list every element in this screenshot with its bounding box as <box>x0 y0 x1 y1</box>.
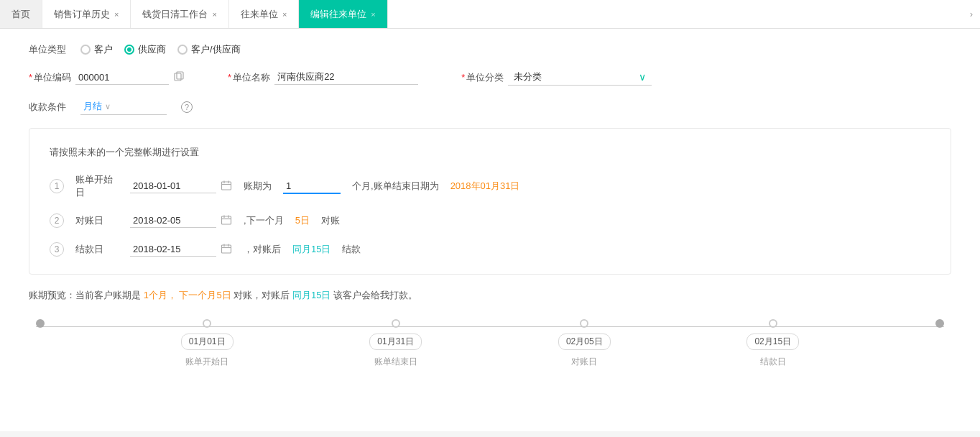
unit-type-label: 单位类型 <box>29 43 66 56</box>
payment-condition-row: 收款条件 月结 ∨ ? <box>29 98 951 115</box>
tab-cash-desk[interactable]: 钱货日清工作台 × <box>131 0 228 28</box>
tab-edit-partner[interactable]: 编辑往来单位 × <box>299 0 387 28</box>
radio-supplier[interactable]: 供应商 <box>124 43 166 56</box>
period-value-input[interactable] <box>283 179 341 194</box>
tab-edit-partner-label: 编辑往来单位 <box>310 8 366 21</box>
tl-point-start <box>36 319 45 328</box>
tl-point-0131: 01月31日 账单结束日 <box>369 319 422 368</box>
tab-sales-history-close[interactable]: × <box>114 10 119 19</box>
tl-label-0131: 账单结束日 <box>374 356 417 368</box>
tl-dot-0215 <box>769 319 777 328</box>
tab-partners[interactable]: 往来单位 × <box>229 0 299 28</box>
settings-row-3: 3 结款日 ，对账后 同月15日 结款 <box>50 242 930 257</box>
row-label-2: 对账日 <box>75 214 119 227</box>
tab-cash-desk-label: 钱货日清工作台 <box>142 8 208 21</box>
payment-condition-arrow-icon: ∨ <box>105 102 111 111</box>
period-prefix: 账期为 <box>244 180 272 193</box>
tl-point-0205: 02月05日 对账日 <box>558 319 611 368</box>
tab-sales-history-label: 销售订单历史 <box>54 8 110 21</box>
tab-sales-history[interactable]: 销售订单历史 × <box>42 0 131 28</box>
tl-badge-0101: 01月01日 <box>181 334 234 350</box>
unit-info-row: *单位编码 *单位名称 *单位分类 未分类 ∨ <box>29 69 951 86</box>
timeline-bar: 01月01日 账单开始日 01月31日 账单结束日 02月05日 对账日 <box>29 319 951 368</box>
radio-customer-label: 客户 <box>94 43 113 56</box>
unit-code-star: * <box>29 72 32 83</box>
preview-text: 账期预览：当前客户账期是 1个月， 下一个月5日 对账，对账后 同月15日 该客… <box>29 289 951 302</box>
settings-row-2: 2 对账日 ,下一个月 5日 对账 <box>50 213 930 228</box>
unit-category-label: *单位分类 <box>461 71 504 84</box>
tl-dot-0131 <box>392 319 400 328</box>
tl-badge-0205: 02月05日 <box>558 334 611 350</box>
preview-part1: 1个月， <box>144 290 177 300</box>
unit-category-value: 未分类 <box>514 70 634 83</box>
payment-date-calendar-icon[interactable] <box>221 243 232 257</box>
unit-code-group: *单位编码 <box>29 70 185 85</box>
reconcile-date-input[interactable] <box>130 213 216 228</box>
preview-part4: 同月15日 <box>292 290 330 300</box>
start-date-field <box>130 179 232 193</box>
unit-name-input[interactable] <box>274 70 418 85</box>
tab-cash-desk-close[interactable]: × <box>212 10 216 19</box>
reconcile-desc1: ,下一个月 <box>244 214 284 227</box>
unit-category-group: *单位分类 未分类 ∨ <box>461 69 652 86</box>
reconcile-desc2: 对账 <box>321 214 340 227</box>
row-label-3: 结款日 <box>75 243 119 256</box>
preview-part3: 对账，对账后 <box>234 290 290 300</box>
settings-box: 请按照未来的一个完整帐期进行设置 1 账单开始日 账期为 个月,账单结束日期为 … <box>29 128 951 275</box>
tl-dot-end <box>935 319 944 328</box>
payment-condition-dropdown[interactable]: 月结 ∨ <box>80 98 167 115</box>
svg-rect-10 <box>222 245 231 253</box>
tl-dot-0101 <box>203 319 211 328</box>
tl-point-0101: 01月01日 账单开始日 <box>181 319 234 368</box>
help-icon[interactable]: ? <box>181 101 193 113</box>
timeline-points: 01月01日 账单开始日 01月31日 账单结束日 02月05日 对账日 <box>36 319 944 368</box>
unit-type-row: 单位类型 客户 供应商 客户/供应商 <box>29 43 951 56</box>
tab-more-button[interactable]: › <box>963 0 980 28</box>
start-date-input[interactable] <box>130 179 216 193</box>
payment-date-input[interactable] <box>130 242 216 257</box>
payment-date-field <box>130 242 232 257</box>
radio-supplier-label: 供应商 <box>138 43 166 56</box>
tab-edit-partner-close[interactable]: × <box>371 10 375 19</box>
reconcile-date-field <box>130 213 232 228</box>
svg-rect-2 <box>222 182 231 190</box>
tl-point-end <box>935 319 944 328</box>
row-num-2: 2 <box>50 213 64 228</box>
tab-partners-label: 往来单位 <box>241 8 278 21</box>
payment-condition-value: 月结 <box>83 100 102 113</box>
row-label-1: 账单开始日 <box>75 173 119 199</box>
settings-row-1: 1 账单开始日 账期为 个月,账单结束日期为 2018年01月31日 <box>50 173 930 199</box>
main-content: 单位类型 客户 供应商 客户/供应商 *单位编码 <box>0 29 980 431</box>
radio-supplier-circle <box>124 45 134 55</box>
radio-customer[interactable]: 客户 <box>80 43 113 56</box>
tab-home-label: 首页 <box>11 8 30 21</box>
tab-home[interactable]: 首页 <box>0 0 42 28</box>
unit-code-copy-icon[interactable] <box>173 70 185 84</box>
row-num-1: 1 <box>50 179 64 193</box>
radio-both-circle <box>177 45 188 55</box>
unit-type-radio-group: 客户 供应商 客户/供应商 <box>80 43 241 56</box>
unit-category-select[interactable]: 未分类 ∨ <box>508 69 652 86</box>
preview-part2: 下一个月5日 <box>179 290 231 300</box>
tl-label-0215: 结款日 <box>760 356 786 368</box>
preview-section: 账期预览：当前客户账期是 1个月， 下一个月5日 对账，对账后 同月15日 该客… <box>29 289 951 368</box>
end-date-highlight: 2018年01月31日 <box>450 180 520 193</box>
preview-part5: 该客户会给我打款。 <box>333 290 417 300</box>
preview-label: 账期预览：当前客户账期是 <box>29 290 141 300</box>
unit-name-star: * <box>228 72 231 83</box>
tl-point-0215: 02月15日 结款日 <box>746 319 799 368</box>
tl-label-0101: 账单开始日 <box>185 356 228 368</box>
radio-both-label: 客户/供应商 <box>191 43 241 56</box>
tab-bar: 首页 销售订单历史 × 钱货日清工作台 × 往来单位 × 编辑往来单位 × › <box>0 0 980 29</box>
tab-partners-close[interactable]: × <box>282 10 287 19</box>
unit-category-star: * <box>461 72 465 83</box>
unit-code-input[interactable] <box>75 70 169 85</box>
start-date-calendar-icon[interactable] <box>221 180 232 193</box>
category-dropdown-arrow-icon: ∨ <box>639 71 646 83</box>
radio-both[interactable]: 客户/供应商 <box>177 43 241 56</box>
tl-badge-0131: 01月31日 <box>369 334 422 350</box>
reconcile-date-calendar-icon[interactable] <box>221 214 232 228</box>
payment-day-highlight: 同月15日 <box>292 243 330 256</box>
row-num-3: 3 <box>50 242 64 257</box>
payment-desc1: ，对账后 <box>244 243 281 256</box>
